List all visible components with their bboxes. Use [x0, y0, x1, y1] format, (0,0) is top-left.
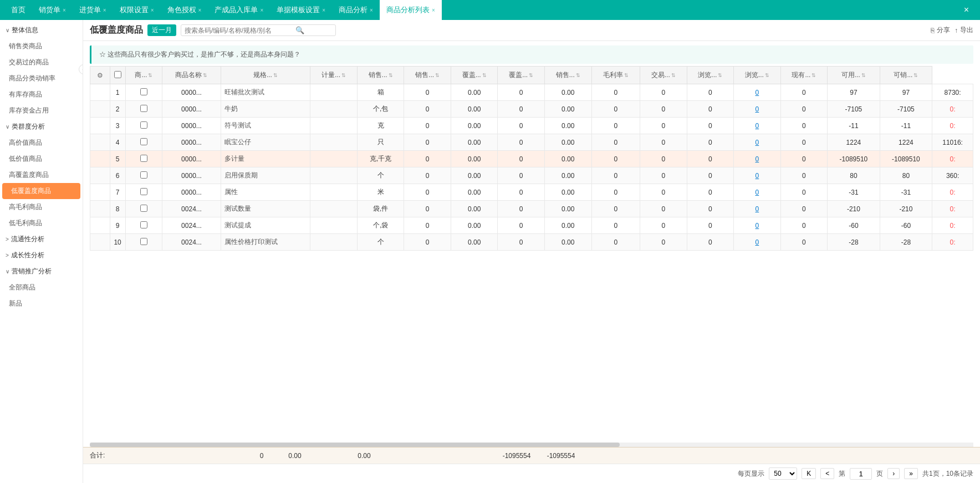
sidebar-section-group-analysis[interactable]: ∨ 类群度分析	[0, 119, 83, 135]
row-checkbox[interactable]	[140, 205, 147, 212]
close-icon[interactable]: ×	[370, 7, 373, 13]
row-name-cell[interactable]: 多计量	[221, 151, 310, 167]
row-browse1-cell[interactable]: 0	[734, 151, 781, 167]
sidebar-section-growth[interactable]: > 成长性分析	[0, 247, 83, 263]
nav-product-inbound[interactable]: 产成品入库单 ×	[208, 0, 270, 20]
sellable-col-header[interactable]: 可销...⇅	[880, 67, 932, 84]
gross-margin-col-header[interactable]: 毛利率⇅	[591, 67, 640, 84]
sidebar-item-sales-products[interactable]: 销售类商品	[0, 38, 83, 54]
row-checkbox-cell[interactable]	[125, 201, 162, 217]
close-icon[interactable]: ×	[260, 7, 263, 13]
transaction-col-header[interactable]: 交易...⇅	[640, 67, 687, 84]
row-checkbox-cell[interactable]	[125, 84, 162, 101]
sales-qty-col-header[interactable]: 销售...⇅	[357, 67, 404, 84]
sales3-col-header[interactable]: 销售...⇅	[544, 67, 591, 84]
row-checkbox-cell[interactable]	[125, 234, 162, 251]
row-browse1-cell[interactable]: 0	[734, 167, 781, 184]
sidebar-item-inventory-capital[interactable]: 库存资金占用	[0, 103, 83, 119]
row-browse1-cell[interactable]: 0	[734, 184, 781, 201]
row-name-cell[interactable]: 眠宝公仔	[221, 134, 310, 151]
nav-role-auth[interactable]: 角色授权 ×	[161, 0, 208, 20]
browse-link[interactable]: 0	[756, 205, 759, 213]
row-checkbox-cell[interactable]	[125, 101, 162, 118]
browse-link[interactable]: 0	[756, 172, 759, 180]
sidebar-item-category-turnover[interactable]: 商品分类动销率	[0, 70, 83, 87]
row-browse1-cell[interactable]: 0	[734, 84, 781, 101]
current-stock-col-header[interactable]: 现有...⇅	[780, 67, 828, 84]
nav-product-analysis[interactable]: 商品分析 ×	[332, 0, 380, 20]
row-name-cell[interactable]: 属性	[221, 184, 310, 201]
row-browse1-cell[interactable]: 0	[734, 201, 781, 217]
row-name-cell[interactable]: 测试提成	[221, 217, 310, 234]
browse-link[interactable]: 0	[756, 139, 759, 146]
settings-col-header[interactable]: ⚙	[90, 67, 110, 84]
sidebar-section-liquidity[interactable]: > 流通性分析	[0, 231, 83, 247]
sidebar-item-high-margin[interactable]: 高毛利商品	[0, 199, 83, 215]
data-table-container[interactable]: ⚙ 商...⇅ 商品名称⇅ 规格...⇅ 计量...⇅ 销售...⇅ 销售...…	[90, 66, 973, 443]
code-col-header[interactable]: 商...⇅	[125, 67, 162, 84]
row-name-cell[interactable]: 符号测试	[221, 118, 310, 134]
last-page-button[interactable]: »	[904, 468, 918, 479]
filter-recent-month-button[interactable]: 近一月	[147, 24, 176, 36]
browse2-col-header[interactable]: 浏览...⇅	[734, 67, 781, 84]
export-button[interactable]: ↑ 导出	[955, 26, 973, 35]
share-button[interactable]: ⎘ 分享	[931, 26, 950, 35]
row-browse1-cell[interactable]: 0	[734, 101, 781, 118]
close-icon[interactable]: ×	[432, 7, 435, 13]
per-page-select[interactable]: 50 100 200	[769, 467, 797, 480]
row-browse1-cell[interactable]: 0	[734, 217, 781, 234]
sidebar-item-high-value[interactable]: 高价值商品	[0, 135, 83, 151]
sidebar-item-inventory-products[interactable]: 有库存商品	[0, 87, 83, 103]
coverage1-col-header[interactable]: 覆盖...⇅	[451, 67, 498, 84]
spec-col-header[interactable]: 规格...⇅	[221, 67, 310, 84]
browse-link[interactable]: 0	[756, 89, 759, 96]
row-checkbox[interactable]	[140, 238, 147, 245]
row-checkbox-cell[interactable]	[125, 151, 162, 167]
scrollbar-thumb[interactable]	[90, 443, 620, 447]
row-browse1-cell[interactable]: 0	[734, 118, 781, 134]
row-checkbox[interactable]	[140, 188, 147, 195]
sidebar-item-low-value[interactable]: 低价值商品	[0, 151, 83, 167]
row-checkbox[interactable]	[140, 155, 147, 162]
row-name-cell[interactable]: 测试数量	[221, 201, 310, 217]
sidebar-item-low-margin[interactable]: 低毛利商品	[0, 215, 83, 231]
row-checkbox[interactable]	[140, 105, 147, 112]
sidebar-section-marketing[interactable]: ∨ 营销推广分析	[0, 263, 83, 279]
browse-link[interactable]: 0	[756, 155, 759, 163]
row-name-cell[interactable]: 旺辅批次测试	[221, 84, 310, 101]
row-checkbox-cell[interactable]	[125, 217, 162, 234]
nav-product-analysis-list[interactable]: 商品分析列表 ×	[380, 0, 442, 20]
row-checkbox[interactable]	[140, 138, 147, 145]
close-icon[interactable]: ×	[103, 7, 106, 13]
sales-amt-col-header[interactable]: 销售...⇅	[404, 67, 451, 84]
close-icon[interactable]: ×	[198, 7, 202, 13]
browse-link[interactable]: 0	[756, 122, 759, 130]
name-col-header[interactable]: 商品名称⇅	[162, 67, 221, 84]
row-browse1-cell[interactable]: 0	[734, 234, 781, 251]
first-page-button[interactable]: K	[802, 468, 816, 479]
close-icon[interactable]: ×	[322, 7, 325, 13]
sidebar-item-all-products[interactable]: 全部商品	[0, 279, 83, 296]
row-checkbox[interactable]	[140, 121, 147, 129]
row-browse1-cell[interactable]: 0	[734, 134, 781, 151]
unit-col-header[interactable]: 计量...⇅	[310, 67, 358, 84]
browse-link[interactable]: 0	[756, 238, 759, 246]
row-checkbox-cell[interactable]	[125, 167, 162, 184]
sidebar-item-low-coverage[interactable]: 低覆盖度商品	[2, 183, 80, 199]
available-stock-col-header[interactable]: 可用...⇅	[828, 67, 880, 84]
browse-link[interactable]: 0	[756, 222, 759, 230]
sidebar-item-high-coverage[interactable]: 高覆盖度商品	[0, 167, 83, 183]
checkbox-col-header[interactable]	[110, 67, 125, 84]
nav-template-settings[interactable]: 单据模板设置 ×	[270, 0, 332, 20]
search-input[interactable]	[185, 27, 295, 34]
row-checkbox-cell[interactable]	[125, 118, 162, 134]
row-name-cell[interactable]: 启用保质期	[221, 167, 310, 184]
browse-link[interactable]: 0	[756, 189, 759, 196]
browse1-col-header[interactable]: 浏览...⇅	[687, 67, 734, 84]
close-icon[interactable]: ×	[151, 7, 154, 13]
search-icon[interactable]: 🔍	[295, 26, 304, 34]
row-checkbox-cell[interactable]	[125, 134, 162, 151]
select-all-checkbox[interactable]	[114, 71, 121, 78]
next-page-button[interactable]: ›	[887, 468, 900, 479]
close-icon[interactable]: ×	[63, 7, 66, 13]
